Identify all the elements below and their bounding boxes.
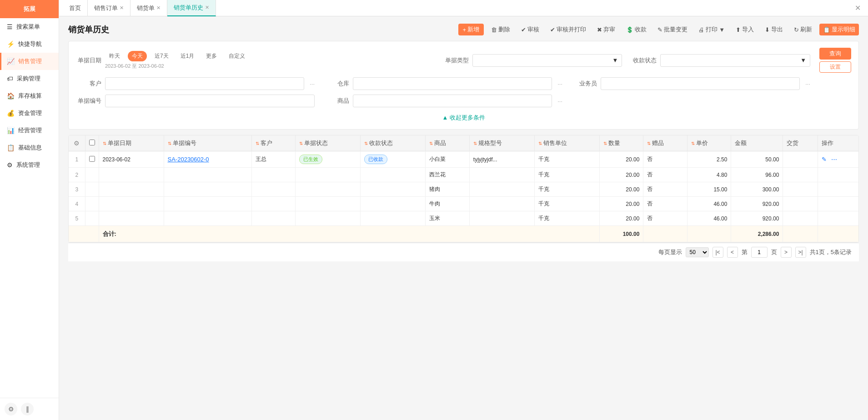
row1-doc-no[interactable]: SA-20230602-0 — [164, 151, 251, 168]
tabbar: 首页 销售订单 ✕ 销货单 ✕ 销货单历史 ✕ ✕ — [59, 0, 868, 16]
doc-no-input[interactable] — [105, 95, 315, 107]
row3-doc-no — [164, 182, 251, 197]
th-doc-status[interactable]: ⇅ 单据状态 — [296, 135, 361, 151]
row2-gift: 否 — [643, 168, 687, 182]
inventory-icon: 🏠 — [7, 92, 15, 100]
collect-button[interactable]: 💲 收款 — [622, 24, 650, 35]
doc-no-sort-icon: ⇅ — [168, 141, 171, 146]
th-spec[interactable]: ⇅ 规格型号 — [469, 135, 534, 151]
unit-sort-icon: ⇅ — [538, 141, 542, 146]
customer-dots[interactable]: ··· — [310, 80, 315, 87]
tab-sales-goods[interactable]: 销货单 ✕ — [130, 0, 167, 16]
sidebar-item-sys-mgmt[interactable]: ⚙ 系统管理 — [0, 156, 59, 174]
sidebar-item-search-menu[interactable]: ☰ 搜索菜单 — [0, 18, 59, 35]
row4-checkbox — [85, 197, 99, 211]
page-size-select[interactable]: 50 100 200 — [686, 247, 709, 257]
new-icon: + — [463, 26, 467, 33]
tab-home[interactable]: 首页 — [63, 0, 88, 16]
th-qty[interactable]: ⇅ 数量 — [599, 135, 643, 151]
table-settings-icon[interactable]: ⚙ — [74, 140, 80, 147]
tab-sales-history[interactable]: 销货单历史 ✕ — [167, 0, 216, 16]
date-tag-more[interactable]: 更多 — [202, 51, 221, 61]
th-doc-no[interactable]: ⇅ 单据编号 — [164, 135, 251, 151]
display-detail-button[interactable]: 📋 显示明细 — [819, 24, 859, 35]
sidebar-item-quick-nav[interactable]: ⚡ 快捷导航 — [0, 35, 59, 53]
row5-actions — [818, 211, 858, 226]
warehouse-input[interactable] — [353, 77, 552, 90]
row1-doc-no-link[interactable]: SA-20230602-0 — [168, 156, 209, 163]
refresh-button[interactable]: ↻ 刷新 — [790, 24, 816, 35]
print-button[interactable]: 🖨 打印 ▼ — [695, 24, 728, 35]
tab-sales-goods-close[interactable]: ✕ — [156, 5, 161, 11]
row1-select-checkbox[interactable] — [89, 156, 95, 162]
goods-dots[interactable]: ··· — [557, 98, 562, 105]
th-customer[interactable]: ⇅ 客户 — [251, 135, 296, 151]
th-transaction: 交货 — [783, 135, 818, 151]
sidebar-item-capital-mgmt[interactable]: 💰 资金管理 — [0, 105, 59, 122]
row1-more-icon[interactable]: ⋯ — [831, 156, 837, 163]
th-date[interactable]: ⇅ 单据日期 — [99, 135, 164, 151]
sidebar-item-label: 系统管理 — [16, 161, 40, 169]
delete-button[interactable]: 🗑 删除 — [487, 24, 514, 35]
batch-change-button[interactable]: ✎ 批量变更 — [654, 24, 691, 35]
row1-edit-icon[interactable]: ✎ — [822, 156, 827, 163]
page-first-btn[interactable]: |< — [712, 247, 723, 258]
select-all-checkbox[interactable] — [89, 140, 95, 145]
page-next-btn[interactable]: > — [781, 247, 792, 258]
customer-input[interactable] — [105, 77, 304, 90]
new-button[interactable]: + 新增 — [458, 24, 484, 35]
date-tag-7days[interactable]: 近7天 — [151, 51, 173, 61]
row5-gift: 否 — [643, 211, 687, 226]
page-size-label: 每页显示 — [658, 248, 682, 256]
collapse-row[interactable]: ▲ 收起更多条件 — [76, 112, 851, 123]
query-button[interactable]: 查询 — [819, 48, 851, 60]
sidebar-item-sales-mgmt[interactable]: 📈 销售管理 — [0, 53, 59, 70]
sidebar-item-purchase-mgmt[interactable]: 🏷 采购管理 — [0, 70, 59, 87]
warehouse-dots[interactable]: ··· — [557, 80, 562, 87]
review-button[interactable]: ✔ 审核 — [517, 24, 543, 35]
doc-type-select[interactable]: ▼ — [472, 54, 622, 67]
page-input[interactable] — [751, 247, 768, 258]
page-last-btn[interactable]: >| — [795, 247, 806, 258]
business-input[interactable] — [601, 77, 800, 90]
sidebar-item-inventory[interactable]: 🏠 库存核算 — [0, 87, 59, 105]
sidebar-item-basic-info[interactable]: 📋 基础信息 — [0, 139, 59, 156]
filter-settings-button[interactable]: 设置 — [819, 61, 851, 73]
export-button[interactable]: ⬇ 导出 — [761, 24, 787, 35]
row5-checkbox — [85, 211, 99, 226]
tab-sales-order-close[interactable]: ✕ — [120, 5, 124, 11]
page-prev-btn[interactable]: < — [727, 247, 738, 258]
collect-status-select[interactable]: ▼ — [660, 54, 810, 67]
review-print-button[interactable]: ✔ 审核并打印 — [547, 24, 590, 35]
print-icon: 🖨 — [698, 26, 704, 33]
tab-sales-history-close[interactable]: ✕ — [205, 5, 209, 10]
row3-unit: 千克 — [534, 182, 599, 197]
sales-mgmt-icon: 📈 — [7, 58, 15, 65]
collapse-icon: ▲ — [442, 114, 448, 121]
date-tag-today[interactable]: 今天 — [128, 51, 147, 61]
tab-sales-order[interactable]: 销售订单 ✕ — [88, 0, 130, 16]
goods-input[interactable] — [353, 95, 552, 107]
import-button[interactable]: ⬆ 导入 — [732, 24, 758, 35]
tab-close-all-btn[interactable]: ✕ — [851, 4, 864, 12]
th-settings[interactable]: ⚙ — [69, 135, 85, 151]
th-goods[interactable]: ⇅ 商品 — [426, 135, 470, 151]
sidebar: 拓展 ☰ 搜索菜单 ⚡ 快捷导航 📈 销售管理 🏷 采购管理 🏠 库存核算 💰 … — [0, 0, 59, 420]
th-collect-status[interactable]: ⇅ 收款状态 — [361, 135, 426, 151]
sidebar-settings-btn[interactable]: ⚙ — [5, 403, 17, 415]
sidebar-item-ops-mgmt[interactable]: 📊 经营管理 — [0, 122, 59, 139]
abandon-button[interactable]: ✖ 弃审 — [593, 24, 619, 35]
th-qty-label: 数量 — [608, 139, 620, 147]
th-price[interactable]: ⇅ 单价 — [687, 135, 731, 151]
business-dots[interactable]: ··· — [805, 80, 810, 87]
row5-doc-no — [164, 211, 251, 226]
date-tag-yesterday[interactable]: 昨天 — [105, 51, 124, 61]
import-label: 导入 — [742, 25, 754, 34]
date-tag-custom[interactable]: 自定义 — [225, 51, 249, 61]
date-tag-1month[interactable]: 近1月 — [176, 51, 199, 61]
row2-doc-no — [164, 168, 251, 182]
th-gift[interactable]: ⇅ 赠品 — [643, 135, 687, 151]
row4-amount: 920.00 — [731, 197, 783, 211]
sidebar-collapse-btn[interactable]: ‖ — [21, 403, 34, 415]
th-unit[interactable]: ⇅ 销售单位 — [534, 135, 599, 151]
